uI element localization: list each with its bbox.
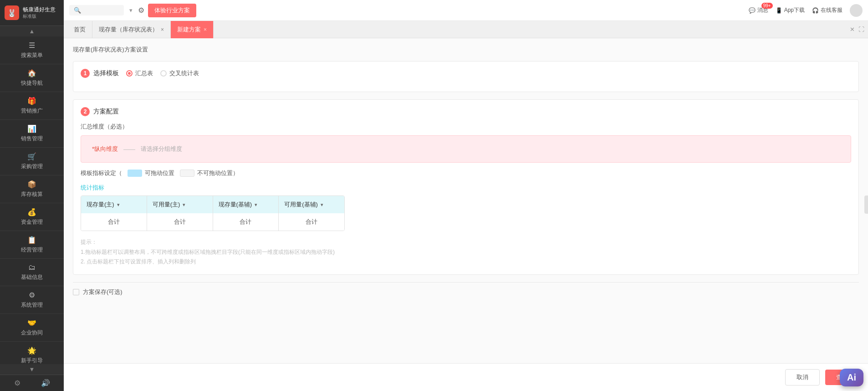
tabs-bar: 首页 现存量（库存状况表） × 新建方案 × ✕ ⛶: [64, 21, 868, 38]
window-expand-icon[interactable]: ⛶: [858, 26, 864, 33]
page-title: 现存量(库存状况表)方案设置: [73, 46, 859, 54]
phone-icon: 📱: [776, 7, 782, 14]
tab-inventory-close-icon[interactable]: ×: [161, 26, 164, 33]
tab-new-scheme[interactable]: 新建方案 ×: [171, 21, 214, 38]
topbar-right: 💬 消息 99+ 📱 App下载 🎧 在线客服: [749, 4, 863, 17]
window-control-buttons: ✕ ⛶: [850, 26, 864, 33]
sidebar-scroll-down[interactable]: ▼: [0, 364, 64, 375]
sidebar-item-system[interactable]: ⚙ 系统管理: [0, 286, 64, 314]
dimension-area[interactable]: *纵向维度 —— 请选择分组维度: [81, 135, 851, 163]
industry-btn[interactable]: 体验行业方案: [148, 4, 196, 17]
user-avatar[interactable]: [850, 4, 863, 17]
sidebar-logo: 🐰 畅康通好生意 标准版: [0, 0, 64, 26]
search-chevron-icon[interactable]: ▾: [129, 7, 133, 14]
sidebar-item-label: 新手引导: [21, 357, 43, 364]
tab-home-label: 首页: [74, 26, 86, 34]
sidebar-item-enterprise[interactable]: 🤝 企业协同: [0, 314, 64, 342]
stats-body-col-2: 合计: [213, 213, 279, 231]
stats-table-header: 现存量(主) ▾ 可用量(主) ▾ 现存量(基辅) ▾ 可用量(基辅): [81, 196, 344, 213]
volume-icon[interactable]: 🔊: [41, 379, 50, 387]
topbar-search-box[interactable]: 🔍: [69, 5, 124, 15]
fixed-indicator: 不可拖动位置）: [180, 169, 239, 177]
tip-1: 1.拖动标题栏可以调整布局，不可跨维度或指标区域拖拽栏目字段(只能在同一维度或指…: [81, 247, 851, 257]
stats-col-0-chevron-icon[interactable]: ▾: [117, 202, 120, 208]
stats-col-2[interactable]: 现存量(基辅) ▾: [213, 196, 279, 213]
stats-col-3-chevron-icon[interactable]: ▾: [321, 202, 323, 208]
step1-badge: 1: [81, 69, 90, 78]
stats-col-0-label: 现存量(主): [87, 201, 114, 209]
collapse-handle[interactable]: [864, 196, 868, 214]
step2-badge: 2: [81, 107, 90, 116]
message-icon: 💬: [749, 7, 756, 14]
sidebar-bottom: ⚙ 🔊: [0, 375, 64, 391]
sidebar-item-marketing[interactable]: 🎁 营销推广: [0, 92, 64, 120]
clipboard-icon: 📋: [27, 236, 36, 244]
stats-col-1[interactable]: 可用量(主) ▾: [147, 196, 213, 213]
sidebar: 🐰 畅康通好生意 标准版 ▲ ☰ 搜索菜单 🏠 快捷导航 🎁 营销推广 📊 销售…: [0, 0, 64, 391]
search-icon: ☰: [29, 41, 35, 50]
stats-section: 统计指标 现存量(主) ▾ 可用量(主) ▾ 现存量(基辅): [81, 184, 851, 231]
tab-home[interactable]: 首页: [67, 21, 92, 38]
stats-col-1-chevron-icon[interactable]: ▾: [183, 202, 185, 208]
stats-col-3[interactable]: 可用量(基辅) ▾: [279, 196, 344, 213]
save-label: 方案保存(可选): [83, 288, 123, 296]
stats-body-col-0: 合计: [81, 213, 147, 231]
sidebar-item-quick-nav[interactable]: 🏠 快捷导航: [0, 64, 64, 92]
stats-col-0[interactable]: 现存量(主) ▾: [81, 196, 147, 213]
tip-2: 2. 点击标题栏下拉可设置排序、插入列和删除列: [81, 257, 851, 267]
radio-summary-label: 汇总表: [135, 69, 153, 77]
save-checkbox[interactable]: [73, 289, 79, 295]
stats-col-1-label: 可用量(主): [153, 201, 180, 209]
cart-icon: 🛒: [27, 152, 36, 161]
topbar: 🔍 ▾ ⚙ 体验行业方案 💬 消息 99+ 📱 App下载 🎧 在线客服: [64, 0, 868, 21]
ai-button[interactable]: Ai: [840, 369, 863, 386]
sidebar-item-inventory[interactable]: 📦 库存核算: [0, 175, 64, 203]
box-icon: 📦: [27, 180, 36, 189]
template-indicators: 模板指标设定（ 可拖动位置 不可拖动位置）: [81, 169, 851, 177]
movable-indicator-box: [128, 170, 142, 177]
tips-section: 提示： 1.拖动标题栏可以调整布局，不可跨维度或指标区域拖拽栏目字段(只能在同一…: [81, 237, 851, 267]
step2-title: 方案配置: [93, 108, 119, 116]
gear-icon: ⚙: [29, 291, 35, 299]
fixed-indicator-box: [180, 170, 194, 177]
template-indicator-prefix: 模板指标设定（: [81, 169, 122, 177]
movable-indicator: 可拖动位置: [128, 169, 174, 177]
radio-summary[interactable]: 汇总表: [126, 69, 153, 77]
cancel-button[interactable]: 取消: [785, 369, 820, 386]
topbar-gear-icon[interactable]: ⚙: [138, 6, 144, 15]
sidebar-item-label: 基础信息: [21, 273, 43, 281]
sidebar-item-search[interactable]: ☰ 搜索菜单: [0, 36, 64, 64]
sidebar-item-operations[interactable]: 📋 经营管理: [0, 231, 64, 259]
step1-section: 1 选择模板 汇总表 交叉统计表: [73, 61, 859, 92]
dimension-placeholder: 请选择分组维度: [141, 145, 182, 153]
messages-item[interactable]: 💬 消息 99+: [749, 6, 768, 14]
tip-prefix: 提示：: [81, 237, 851, 247]
sidebar-item-basic[interactable]: 🗂 基础信息: [0, 259, 64, 286]
customer-service-item[interactable]: 🎧 在线客服: [812, 6, 842, 14]
sidebar-nav: ☰ 搜索菜单 🏠 快捷导航 🎁 营销推广 📊 销售管理 🛒 采购管理 📦 库存核…: [0, 36, 64, 364]
stats-col-2-chevron-icon[interactable]: ▾: [255, 202, 257, 208]
headset-icon: 🎧: [812, 7, 819, 14]
sidebar-item-newbie[interactable]: 🌟 新手引导: [0, 342, 64, 364]
template-radio-group: 汇总表 交叉统计表: [126, 69, 199, 77]
window-close-icon[interactable]: ✕: [850, 26, 855, 33]
sidebar-item-purchase[interactable]: 🛒 采购管理: [0, 148, 64, 175]
settings-bottom-icon[interactable]: ⚙: [14, 379, 20, 387]
save-option: 方案保存(可选): [73, 282, 859, 296]
money-icon: 💰: [27, 208, 36, 216]
sidebar-item-sales[interactable]: 📊 销售管理: [0, 120, 64, 148]
stats-table: 现存量(主) ▾ 可用量(主) ▾ 现存量(基辅) ▾ 可用量(基辅): [81, 196, 345, 231]
radio-cross[interactable]: 交叉统计表: [160, 69, 199, 77]
tab-new-scheme-close-icon[interactable]: ×: [204, 26, 207, 33]
stats-label: 统计指标: [81, 184, 851, 192]
step2-header: 2 方案配置: [81, 107, 851, 116]
search-input[interactable]: [84, 7, 116, 14]
chart-icon: 📊: [27, 124, 36, 133]
app-download-item[interactable]: 📱 App下载: [776, 6, 805, 14]
tab-inventory[interactable]: 现存量（库存状况表） ×: [92, 21, 171, 38]
sidebar-item-finance[interactable]: 💰 资金管理: [0, 203, 64, 231]
sidebar-item-label: 营销推广: [21, 107, 43, 115]
sidebar-scroll-up[interactable]: ▲: [0, 26, 64, 36]
stats-col-2-label: 现存量(基辅): [219, 201, 252, 209]
folder-icon: 🗂: [28, 263, 36, 272]
